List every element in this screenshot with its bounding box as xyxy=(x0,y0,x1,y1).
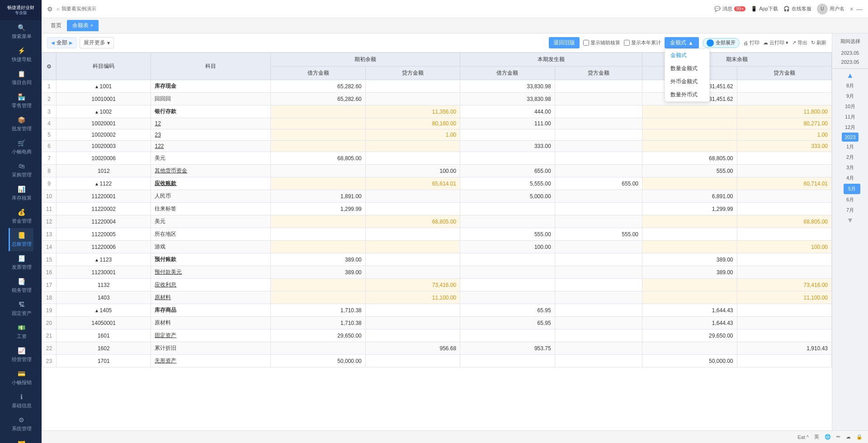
demo-btn[interactable]: ○ 我要看实例演示 xyxy=(57,5,96,12)
period-month-2023[interactable]: 2023 xyxy=(842,133,859,142)
period-2023-05a[interactable]: 2023.05 xyxy=(832,48,868,57)
show-assist-checkbox[interactable]: 显示辅助核算 xyxy=(583,39,620,46)
sidebar-item-批发管理[interactable]: 📦批发管理 xyxy=(9,113,33,136)
settings-icon[interactable]: ⚙ xyxy=(47,5,53,13)
cell-credit-open xyxy=(365,317,460,329)
cell-no: 19 xyxy=(42,304,57,317)
sidebar-item-采购管理[interactable]: 🛍采购管理 xyxy=(9,159,33,182)
sidebar-item-小畅报销[interactable]: 💳小畅报销 xyxy=(9,367,33,390)
msg-btn[interactable]: 💬 消息 99+ xyxy=(714,5,745,12)
refresh-btn[interactable]: ↻ 刷新 xyxy=(811,39,826,46)
sidebar: 畅捷通好业财 专业版 🔍搜索菜单⚡快捷导航📋项目合同🏪零售管理📦批发管理🛒小畅电… xyxy=(0,0,42,443)
cloud-print-btn[interactable]: ☁ 云打印 ▾ xyxy=(763,39,788,46)
cell-debit-open: 29,650.00 xyxy=(271,329,365,342)
cell-debit-open: 1,710.38 xyxy=(271,317,365,329)
online-service-btn[interactable]: 🎧 在线客服 xyxy=(783,5,811,12)
cell-subject[interactable]: 无形资产 xyxy=(151,355,271,367)
expand-more-btn[interactable]: 展开更多 ▾ xyxy=(80,37,114,48)
jinee-style-dropdown[interactable]: 金额式 ▲ 金额式数量金额式外币金额式数量外币式 xyxy=(665,37,699,48)
sidebar-item-经营管理[interactable]: 📈经营管理 xyxy=(9,343,33,367)
cell-debit-end: 50,000.00 xyxy=(642,355,737,367)
cell-subject[interactable]: 应收利息 xyxy=(151,279,271,291)
cell-credit-open xyxy=(365,93,460,105)
period-month-1月[interactable]: 1月 xyxy=(842,142,859,152)
sidebar-item-发票管理[interactable]: 🧾发票管理 xyxy=(9,251,33,274)
table-row: 610020003122333.00333.00 xyxy=(42,141,832,152)
cell-subject[interactable]: 23 xyxy=(151,129,271,141)
cell-subject[interactable]: 预付款美元 xyxy=(151,266,271,279)
statusbar-cloud[interactable]: ☁ xyxy=(846,434,851,440)
sidebar-item-项目合同[interactable]: 📋项目合同 xyxy=(9,67,33,90)
sidebar-item-小畅电商[interactable]: 🛒小畅电商 xyxy=(9,136,33,159)
table-row: 4100200011280,160.00111.0080,271.00 xyxy=(42,118,832,129)
period-month-12月[interactable]: 12月 xyxy=(842,122,859,133)
statusbar-lock[interactable]: 🔒 xyxy=(856,434,863,440)
sidebar-item-快捷导航[interactable]: ⚡快捷导航 xyxy=(9,43,33,67)
cell-subject[interactable]: 应收账款 xyxy=(151,177,271,190)
period-2023-05b[interactable]: 2023.05 xyxy=(832,57,868,67)
period-month-6月[interactable]: 6月 xyxy=(842,195,859,205)
tab-home[interactable]: 首页 xyxy=(45,20,67,31)
cell-credit-open: 80,160.00 xyxy=(365,118,460,129)
period-month-3月[interactable]: 3月 xyxy=(842,162,859,173)
cell-debit-open xyxy=(271,228,365,241)
period-month-4月[interactable]: 4月 xyxy=(842,173,859,183)
period-month-8月[interactable]: 8月 xyxy=(842,81,859,91)
print-btn[interactable]: 🖨 打印 xyxy=(743,39,760,46)
cell-credit-occur xyxy=(555,165,642,177)
statusbar-eat[interactable]: Eat ^ xyxy=(797,434,809,440)
jinee-style-btn[interactable]: 金额式 ▲ xyxy=(665,37,699,48)
period-month-10月[interactable]: 10月 xyxy=(842,101,859,112)
cell-subject[interactable]: 其他货币资金 xyxy=(151,165,271,177)
sidebar-item-基础信息[interactable]: ℹ基础信息 xyxy=(9,390,33,413)
period-month-2月[interactable]: 2月 xyxy=(842,152,859,162)
cell-no: 6 xyxy=(42,141,57,152)
window-min-btn[interactable]: — xyxy=(856,5,863,13)
sidebar-item-固定资产[interactable]: 🏗固定资产 xyxy=(9,297,33,320)
sidebar-item-系统管理[interactable]: ⚙系统管理 xyxy=(9,413,33,436)
tab-close-icon[interactable]: × xyxy=(90,23,93,28)
sidebar-item-库存核算[interactable]: 📊库存核算 xyxy=(9,182,33,205)
cell-subject[interactable]: 原材料 xyxy=(151,291,271,304)
dropdown-item-数量金额式[interactable]: 数量金额式 xyxy=(665,62,709,75)
period-month-7月[interactable]: 7月 xyxy=(842,205,859,215)
return-old-btn[interactable]: 退回旧版 xyxy=(549,37,580,48)
dropdown-item-数量外币式[interactable]: 数量外币式 xyxy=(665,88,709,101)
statusbar-lang[interactable]: 英 xyxy=(814,433,819,440)
sidebar-item-零售管理[interactable]: 🏪零售管理 xyxy=(9,90,33,113)
all-btn[interactable]: ◀ 全部 ▶ xyxy=(47,37,77,48)
period-month-5月[interactable]: 5月 xyxy=(844,184,860,194)
sidebar-item-总账管理[interactable]: 📒总账管理 xyxy=(9,228,33,251)
cell-subject: 库存现金 xyxy=(151,80,271,93)
export-btn[interactable]: ↗ 导出 xyxy=(792,39,807,46)
period-month-11月[interactable]: 11月 xyxy=(842,112,859,122)
dropdown-item-金额式[interactable]: 金额式 xyxy=(665,49,709,62)
table-row: 1011220001人民币1,891.005,000.006,891.00 xyxy=(42,190,832,203)
sidebar-item-税务管理[interactable]: 📑税务管理 xyxy=(9,274,33,297)
topbar-left: ⚙ ○ 我要看实例演示 xyxy=(47,5,96,13)
statusbar-edit[interactable]: ✏ xyxy=(836,434,840,440)
th-settings[interactable]: ⚙ xyxy=(42,53,57,80)
period-down-btn[interactable]: ▼ xyxy=(847,216,854,224)
sidebar-item-资金管理[interactable]: 💰资金管理 xyxy=(9,205,33,228)
show-year-checkbox[interactable]: 显示本年累计 xyxy=(624,39,661,46)
cell-credit-open xyxy=(365,304,460,317)
statusbar-globe[interactable]: 🌐 xyxy=(825,434,831,440)
cell-subject[interactable]: 122 xyxy=(151,141,271,152)
sidebar-item-企业协同[interactable]: 🤝企业协同 xyxy=(9,436,33,443)
sidebar-item-搜索菜单[interactable]: 🔍搜索菜单 xyxy=(9,20,33,43)
expand-all-toggle[interactable]: 全部展开 xyxy=(703,38,740,48)
tab-balance[interactable]: 余额表 × xyxy=(67,20,99,31)
window-close-btn[interactable]: × xyxy=(850,5,854,13)
user-avatar-btn[interactable]: U 用户名 xyxy=(817,4,844,14)
cell-code: ▴ 1122 xyxy=(57,177,151,190)
cell-subject[interactable]: 12 xyxy=(151,118,271,129)
cell-subject[interactable]: 固定资产 xyxy=(151,329,271,342)
period-month-9月[interactable]: 9月 xyxy=(842,91,859,101)
sidebar-item-工资[interactable]: 💵工资 xyxy=(9,320,33,343)
dropdown-item-外币金额式[interactable]: 外币金额式 xyxy=(665,75,709,88)
cell-debit-end: 1,299.99 xyxy=(642,203,737,215)
cell-code: 10020006 xyxy=(57,152,151,165)
period-up-btn[interactable]: ▲ xyxy=(847,71,854,80)
app-download-btn[interactable]: 📱 App下载 xyxy=(751,5,778,12)
